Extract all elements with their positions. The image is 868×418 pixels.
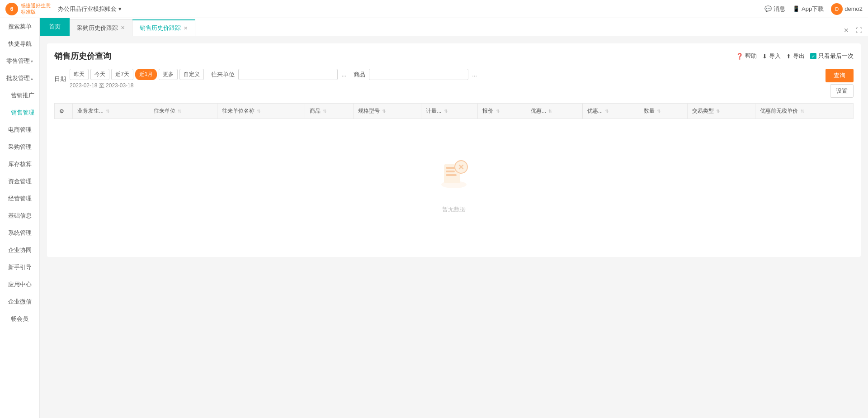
partner-filter-label: 往来单位: [211, 71, 235, 79]
app-selector[interactable]: 办公用品行业模拟账套 ▾: [54, 3, 125, 15]
page-content: 销售历史价查询 ❓ 帮助 ⬇ 导入 ⬆ 导出: [40, 36, 868, 418]
sidebar-item-guide[interactable]: 新手引导: [0, 259, 39, 276]
last-only-label: 只看最后一次: [818, 52, 854, 60]
import-btn[interactable]: ⬇ 导入: [762, 52, 781, 60]
sidebar-item-system[interactable]: 系统管理: [0, 224, 39, 242]
sidebar-item-ecommerce[interactable]: 电商管理: [0, 121, 39, 138]
sidebar-label-ecommerce: 电商管理: [8, 126, 32, 134]
sidebar-item-marketing[interactable]: 营销推广: [0, 87, 39, 104]
tab-purchase-history[interactable]: 采购历史价跟踪 ✕: [70, 19, 132, 36]
sidebar-label-guide: 新手引导: [8, 263, 32, 271]
tab-home-label: 首页: [49, 23, 61, 31]
th-trade-type[interactable]: 交易类型 ⇅: [687, 104, 755, 119]
chevron-down-icon: ▾: [31, 59, 33, 64]
sidebar-item-finance[interactable]: 资金管理: [0, 173, 39, 190]
top-bar: 6 畅捷通好生意 标准版 办公用品行业模拟账套 ▾ 💬 消息 📱 App下载 D…: [0, 0, 868, 18]
user-menu[interactable]: D demo2: [831, 3, 863, 15]
date-yesterday[interactable]: 昨天: [70, 69, 89, 80]
export-btn[interactable]: ⬆ 导出: [786, 52, 805, 60]
sidebar-label-basic: 基础信息: [8, 212, 32, 220]
tab-sales-history[interactable]: 销售历史价跟踪 ✕: [132, 19, 195, 36]
th-biz-date-label: 业务发生...: [77, 108, 104, 114]
tab-purchase-label: 采购历史价跟踪: [77, 24, 118, 32]
sidebar-item-enterprise[interactable]: 企业协同: [0, 242, 39, 259]
partner-input[interactable]: [238, 69, 338, 80]
date-1month[interactable]: 近1月: [135, 69, 157, 80]
th-pretax-price[interactable]: 优惠前无税单价 ⇅: [755, 104, 854, 119]
date-filter-group: 日期 昨天 今天 近7天 近1月 更多 自定义 2023-02-18 至 202…: [54, 69, 204, 90]
partner-dots[interactable]: ...: [341, 71, 346, 78]
date-today[interactable]: 今天: [90, 69, 109, 80]
export-label: 导出: [793, 52, 805, 60]
th-partner-code[interactable]: 往来单位 ⇅: [149, 104, 217, 119]
date-more[interactable]: 更多: [159, 69, 178, 80]
th-partner-name[interactable]: 往来单位名称 ⇅: [217, 104, 305, 119]
th-discount1[interactable]: 优惠... ⇅: [526, 104, 583, 119]
sidebar-item-search[interactable]: 搜索菜单: [0, 18, 39, 35]
product-input[interactable]: [369, 69, 468, 80]
sidebar-label-quick-nav: 快捷导航: [8, 40, 32, 48]
last-only-checkbox[interactable]: ✓: [810, 53, 816, 59]
th-unit-label: 计量...: [426, 108, 441, 114]
top-bar-left: 6 畅捷通好生意 标准版 办公用品行业模拟账套 ▾: [5, 3, 125, 15]
th-product[interactable]: 商品 ⇅: [305, 104, 354, 119]
sidebar-item-purchase[interactable]: 采购管理: [0, 138, 39, 156]
help-icon: ❓: [736, 53, 743, 60]
th-discount2[interactable]: 优惠... ⇅: [583, 104, 639, 119]
th-unit[interactable]: 计量... ⇅: [421, 104, 478, 119]
date-custom[interactable]: 自定义: [179, 69, 204, 80]
table-header-row: ⚙ 业务发生... ⇅ 往来单位 ⇅ 往来单位名称 ⇅: [55, 104, 854, 119]
app-selector-label: 办公用品行业模拟账套: [58, 5, 117, 13]
tab-controls: ✕ ⛶: [841, 25, 868, 36]
message-btn[interactable]: 💬 消息: [764, 5, 785, 13]
empty-state: 暂无数据: [54, 119, 854, 250]
sort-icon-partner-name: ⇅: [257, 109, 260, 114]
svg-rect-4: [446, 174, 457, 176]
sidebar-item-basic[interactable]: 基础信息: [0, 207, 39, 224]
last-only-checkbox-area[interactable]: ✓ 只看最后一次: [810, 52, 854, 60]
sidebar-item-operations[interactable]: 经营管理: [0, 190, 39, 207]
tab-purchase-close[interactable]: ✕: [121, 25, 125, 31]
tab-home[interactable]: 首页: [40, 18, 70, 36]
th-biz-date[interactable]: 业务发生... ⇅: [73, 104, 149, 119]
sidebar-item-wholesale[interactable]: 批发管理 ▴: [0, 70, 39, 87]
filter-action-btns: 查询 设置: [826, 69, 854, 98]
date-7days[interactable]: 近7天: [111, 69, 133, 80]
tab-sales-close[interactable]: ✕: [184, 25, 188, 31]
sidebar: 搜索菜单 快捷导航 零售管理 ▾ 批发管理 ▴ 营销推广 销售管理 电商管理 采…: [0, 18, 40, 418]
sidebar-item-apps[interactable]: 应用中心: [0, 276, 39, 293]
sort-icon-partner-code: ⇅: [178, 109, 181, 114]
date-filter-label: 日期: [54, 75, 66, 83]
sidebar-item-wechat[interactable]: 企业微信: [0, 293, 39, 310]
th-spec[interactable]: 规格型号 ⇅: [353, 104, 421, 119]
avatar: D: [831, 3, 843, 15]
th-quantity[interactable]: 数量 ⇅: [639, 104, 688, 119]
th-product-label: 商品: [310, 108, 321, 114]
import-icon: ⬇: [762, 53, 767, 60]
search-button[interactable]: 查询: [826, 69, 854, 82]
import-label: 导入: [769, 52, 781, 60]
tab-close-btn[interactable]: ✕: [841, 25, 852, 36]
settings-button[interactable]: 设置: [830, 84, 854, 98]
product-dots[interactable]: ...: [472, 71, 477, 78]
svg-rect-3: [446, 171, 455, 172]
sidebar-label-wechat: 企业微信: [8, 298, 32, 306]
th-quote[interactable]: 报价 ⇅: [478, 104, 526, 119]
app-download-btn[interactable]: 📱 App下载: [793, 5, 824, 13]
sidebar-item-retail[interactable]: 零售管理 ▾: [0, 52, 39, 70]
sidebar-item-member[interactable]: 畅会员: [0, 310, 39, 328]
th-settings[interactable]: ⚙: [55, 104, 73, 119]
sort-icon-trade-type: ⇅: [716, 109, 720, 114]
sidebar-item-inventory[interactable]: 库存核算: [0, 156, 39, 173]
th-quote-label: 报价: [482, 108, 493, 114]
logo-area: 6 畅捷通好生意 标准版: [5, 3, 51, 15]
sidebar-label-purchase: 采购管理: [8, 143, 32, 151]
page-actions: ❓ 帮助 ⬇ 导入 ⬆ 导出 ✓ 只看最后一次: [736, 52, 854, 60]
help-btn[interactable]: ❓ 帮助: [736, 52, 757, 60]
sidebar-label-inventory: 库存核算: [8, 160, 32, 168]
sidebar-item-sales[interactable]: 销售管理: [0, 104, 39, 121]
sidebar-label-wholesale: 批发管理: [6, 74, 30, 82]
tab-maximize-btn[interactable]: ⛶: [854, 25, 864, 36]
sidebar-item-quick-nav[interactable]: 快捷导航: [0, 35, 39, 52]
sidebar-label-enterprise: 企业协同: [8, 246, 32, 254]
